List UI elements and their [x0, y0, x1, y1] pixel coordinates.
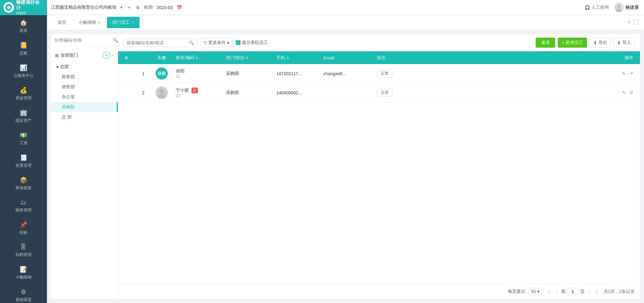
sidebar-label-ledger: 总账 — [19, 50, 28, 56]
sidebar-label-home: 首页 — [19, 28, 28, 34]
svg-point-4 — [616, 9, 622, 12]
row2-edit-button[interactable]: ✎ — [622, 90, 626, 95]
page-label: 第 — [561, 289, 566, 295]
col-name-header[interactable]: 姓名/编码 ⇅ — [172, 51, 222, 64]
page-last-button[interactable]: ⟩⟩ — [593, 288, 600, 295]
user-avatar — [614, 3, 624, 12]
grid-icon: ⊞ — [55, 53, 59, 58]
name-sort-icon: ⇅ — [196, 56, 198, 60]
page-nav: ⟨⟨ ⟨ 第 页 ⟩ ⟩⟩ — [545, 288, 600, 295]
dept-node-headquarters[interactable]: 总 部 — [51, 112, 118, 122]
sidebar-item-assets[interactable]: 🏢 固定资产 — [0, 105, 47, 128]
page-first-button[interactable]: ⟨⟨ — [545, 288, 553, 295]
search-input[interactable] — [126, 40, 187, 45]
sidebar-item-funds[interactable]: 💰 资金管理 — [0, 83, 47, 105]
tab-expense-label: 小畅报销 — [78, 19, 96, 26]
dept-search-icon[interactable]: 🔍 — [113, 38, 118, 43]
search-box: 🔍 — [123, 39, 197, 47]
row2-code: 12 — [176, 93, 218, 98]
row2-settings — [118, 83, 135, 102]
sidebar-label-funds: 资金管理 — [15, 95, 32, 101]
row1-phone: 187202117... — [272, 64, 319, 83]
calendar-icon[interactable]: 📅 — [177, 5, 182, 10]
dept-node-purchase[interactable]: 采购部 — [51, 102, 118, 112]
filter-button[interactable]: ▽ 更多条件 ▾ — [201, 38, 232, 47]
row2-name: 宁小壹 — [176, 87, 189, 93]
tab-home[interactable]: 首页 — [52, 17, 72, 28]
search-icon[interactable]: 🔍 — [189, 40, 194, 45]
add-employee-button[interactable]: + 新增员工 — [558, 38, 587, 48]
filter-icon: ▽ — [204, 40, 207, 45]
tab-expense-close[interactable]: × — [98, 20, 100, 25]
import-button[interactable]: ⬇ 导入 — [613, 38, 635, 48]
export-button[interactable]: ⬆ 导出 — [590, 38, 611, 48]
company-dropdown-button[interactable]: ▾ — [120, 5, 122, 10]
row2-avatar-cell — [152, 83, 172, 102]
tab-employees[interactable]: 部门员工 × — [107, 17, 140, 28]
col-phone-header[interactable]: 手机 ⇅ — [272, 51, 319, 64]
sidebar-label-expense: 小畅报销 — [15, 274, 32, 280]
sidebar-item-close[interactable]: 📌 结账 — [0, 217, 47, 240]
per-page-chevron-icon: ▾ — [537, 289, 540, 294]
per-page-value: 50 — [531, 289, 536, 294]
dept-collapse-button[interactable]: « — [111, 53, 114, 58]
col-dept-header[interactable]: 部门/职位 ⇅ — [222, 51, 272, 64]
sidebar-item-expense[interactable]: 📝 小畅报销 — [0, 262, 47, 284]
sidebar-item-salary[interactable]: 💵 工资 — [0, 128, 47, 150]
inventory-icon: 📦 — [20, 176, 27, 184]
row2-email — [319, 83, 373, 102]
page-next-button[interactable]: ⟩ — [586, 288, 592, 295]
dept-all-label: 全部部门 — [61, 52, 78, 58]
row2-status: 正常 — [373, 83, 413, 102]
company-name: 江西服宝精品有限责任公司内账张 — [51, 4, 116, 10]
row2-refresh-button[interactable]: ↺ — [629, 90, 633, 95]
tab-employees-label: 部门员工 — [112, 19, 130, 26]
service-button[interactable]: 🎧 人工咨询 — [585, 4, 609, 10]
sidebar-item-reports[interactable]: 📊 云报表中心 — [0, 60, 47, 83]
page-number-input[interactable] — [567, 288, 579, 295]
tab-employees-close[interactable]: × — [132, 20, 134, 25]
dept-node-finance[interactable]: 财务部 — [51, 72, 118, 82]
row1-edit-button[interactable]: ✎ — [622, 71, 626, 76]
sidebar-item-ledger[interactable]: 📒 总账 — [0, 38, 47, 60]
dept-node-sales[interactable]: 销售部 — [51, 82, 118, 92]
period-value: 2023-03 — [157, 5, 173, 10]
reports-icon: 📊 — [20, 64, 27, 71]
tab-close-all-button[interactable]: × — [628, 19, 631, 26]
sidebar-item-tax[interactable]: 🗂 税务管理 — [0, 195, 47, 217]
show-resigned-checkbox[interactable]: ✓ 显示离职员工 — [236, 40, 268, 46]
row1-status: 正常 — [373, 64, 413, 83]
expense-icon: 📝 — [20, 266, 27, 273]
sidebar-item-archive[interactable]: 🗄 归档管理 — [0, 240, 47, 262]
page-prev-button[interactable]: ⟨ — [554, 288, 560, 295]
dept-node-office[interactable]: 办公室 — [51, 92, 118, 102]
add-company-button[interactable]: ＋ — [126, 4, 132, 11]
row2-action: ✎ ↺ — [413, 83, 640, 102]
user-area[interactable]: 畅捷通 — [614, 3, 639, 12]
dept-edit-button[interactable]: ✎ — [103, 52, 110, 59]
sidebar-item-home[interactable]: 🏠 首页 — [0, 15, 47, 38]
row1-settings — [118, 64, 135, 83]
user-name: 畅捷通 — [626, 4, 639, 10]
sidebar-item-invoice[interactable]: 🧾 发票管理 — [0, 150, 47, 172]
dept-group-parent: ▾ 总部 财务部 销售部 办公室 采购部 总 部 — [51, 62, 118, 122]
dept-search-input[interactable] — [54, 38, 111, 43]
settings-button[interactable]: ⚙ — [136, 5, 140, 10]
per-page-select[interactable]: 50 ▾ — [529, 288, 542, 295]
period-label: 账期 — [144, 4, 153, 10]
tab-expand-button[interactable]: ⛶ — [633, 19, 639, 26]
dept-all-item[interactable]: ⊞ 全部部门 ✎ « — [51, 49, 118, 62]
row1-logout-button[interactable]: ⬏ — [629, 71, 633, 76]
sidebar: 🏠 首页 📒 总账 📊 云报表中心 💰 资金管理 🏢 固定资产 💵 工资 🧾 发… — [0, 15, 47, 303]
filter-label: 更多条件 — [208, 40, 226, 46]
sidebar-label-archive: 归档管理 — [15, 252, 32, 258]
sidebar-item-settings[interactable]: ⚙ 基础设置 — [0, 284, 47, 303]
sidebar-label-assets: 固定资产 — [15, 118, 32, 123]
row1-no: 1 — [135, 64, 152, 83]
col-settings-header[interactable]: ⚙ — [118, 51, 135, 64]
invite-button[interactable]: 邀请 — [536, 38, 555, 48]
funds-icon: 💰 — [20, 87, 27, 94]
sidebar-item-inventory[interactable]: 📦 库存核算 — [0, 172, 47, 195]
tab-expense[interactable]: 小畅报销 × — [73, 17, 106, 28]
dept-parent-label: 总部 — [60, 64, 69, 70]
